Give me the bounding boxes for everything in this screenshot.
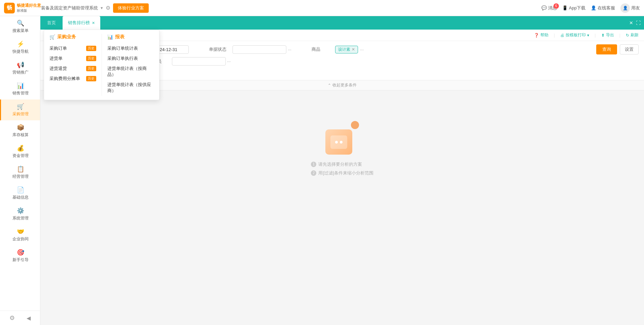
sidebar-label-finance: 资金管理 [12,153,29,159]
sidebar-item-basic-info[interactable]: 📄 基础信息 [0,183,40,204]
salesman-select[interactable] [172,57,226,66]
collapse-sidebar-icon[interactable]: ◀ [27,315,31,321]
message-icon: 💬 [541,5,547,10]
sidebar-item-inventory[interactable]: 📦 库存核算 [0,120,40,141]
sidebar-label-system: 系统管理 [12,215,29,221]
salesman-more-icon: ··· [227,59,231,64]
system-icon: ⚙️ [17,207,24,214]
guide-icon: 🎯 [17,249,24,256]
sidebar-item-search[interactable]: 🔍 搜索菜单 [0,16,40,37]
sidebar-label-sales: 销售管理 [12,90,29,96]
goods-return-history-badge: 历史 [86,66,96,71]
sidebar-bottom: ⚙ ◀ [0,311,40,325]
logo: 畅 畅捷通好生意 标准版 [4,3,41,13]
lightning-icon: ⚡ [17,40,24,48]
message-nav[interactable]: 💬 消息 6 [541,5,557,11]
marketing-icon: 📢 [17,61,24,69]
goods-receipt-label: 进货单 [49,55,63,62]
refresh-action[interactable]: ↻ 刷新 [626,32,639,38]
doc-status-label: 单据状态 [209,46,229,52]
print-icon: 🖨 [560,33,564,38]
purchase-icon: 🛒 [17,103,24,110]
app-download-nav[interactable]: 📱 App下载 [562,5,585,11]
refresh-label: 刷新 [631,32,639,38]
robot-eye-left [335,141,338,144]
help-icon: ❓ [534,33,539,38]
popup-section2-label: 报表 [115,34,124,40]
user-nav[interactable]: 👤 用友 [620,3,640,13]
logo-sub: 标准版 [17,8,41,13]
sidebar-item-purchase[interactable]: 🛒 采购管理 [0,99,40,120]
sidebar-label-guide: 新手引导 [12,257,29,263]
empty-illustration [322,121,362,155]
tab-fullscreen-icon[interactable]: ⛶ [636,20,641,26]
robot-head-ornament [351,121,359,129]
goods-receipt-history-badge: 历史 [86,56,96,61]
export-label: 导出 [606,32,614,38]
goods-stats-supplier-label: 进货单统计表（按供应商） [107,82,154,94]
sidebar-item-quick-nav[interactable]: ⚡ 快捷导航 [0,37,40,58]
collapse-button[interactable]: ⌃ 收起更多条件 [328,82,357,88]
sidebar-label-marketing: 营销推广 [12,70,29,75]
sidebar-label-purchase: 采购管理 [12,111,29,117]
print-action[interactable]: 🖨 按模板打印 ▾ [560,32,589,38]
popup-section-purchase: 🛒 采购业务 采购订单 历史 进货单 历史 进货退货 历史 采购费用分摊单 历史 [44,34,102,96]
sidebar-label-quicknav: 快捷导航 [12,49,29,54]
industry-button[interactable]: 体验行业方案 [113,3,149,13]
purchase-expense-history-badge: 历史 [86,76,96,81]
doc-status-select[interactable] [232,45,286,54]
sidebar-label-inventory: 库存核算 [12,132,29,138]
separator1: | [554,33,555,38]
purchase-order-label: 采购订单 [49,45,67,51]
sidebar-item-sales[interactable]: 📊 销售管理 [0,79,40,99]
system-name: 装备及固定资产辅助管理系统 [41,5,98,11]
empty-tips: 1 请先选择要分析的方案 2 用[过滤]条件来缩小分析范围 [311,160,373,177]
goods-receipt-stats-by-supplier-item[interactable]: 进货单统计表（按供应商） [106,80,155,96]
print-label: 按模板打印 [566,32,586,38]
tip-text-2: 用[过滤]条件来缩小分析范围 [318,169,373,177]
sidebar-item-operations[interactable]: 📋 经营管理 [0,162,40,183]
purchase-order-stats-item[interactable]: 采购订单统计表 [106,43,155,53]
tab-home-label: 首页 [47,20,56,26]
tip-num-1: 1 [311,162,316,167]
doc-status-select-wrap: ··· [232,45,291,54]
tab-home[interactable]: 首页 [40,16,63,30]
goods-return-item[interactable]: 进货退货 历史 [48,64,98,74]
purchase-order-item[interactable]: 采购订单 历史 [48,43,98,53]
sidebar-item-system[interactable]: ⚙️ 系统管理 [0,204,40,225]
purchase-order-exec-item[interactable]: 采购订单执行表 [106,53,155,64]
online-service-label: 在线客服 [598,5,615,11]
popup-section1-label: 采购业务 [57,34,76,40]
empty-state: 1 请先选择要分析的方案 2 用[过滤]条件来缩小分析范围 [40,90,644,208]
goods-tag-close[interactable]: ✕ [352,47,355,52]
setting-button[interactable]: 设置 [620,44,639,54]
sidebar-item-guide[interactable]: 🎯 新手引导 [0,245,40,266]
dropdown-arrow-icon[interactable]: ▾ [101,5,103,10]
goods-receipt-item[interactable]: 进货单 历史 [48,53,98,64]
settings-icon[interactable]: ⚙ [106,5,110,11]
help-action[interactable]: ❓ 帮助 [534,32,548,38]
sidebar-item-finance[interactable]: 💰 资金管理 [0,141,40,162]
print-dropdown-icon[interactable]: ▾ [587,33,589,38]
export-action[interactable]: ⬆ 导出 [601,32,614,38]
query-button[interactable]: 查询 [596,44,617,54]
settings-bottom-icon[interactable]: ⚙ [9,314,15,322]
tab-close-icon[interactable]: ✕ [92,21,95,25]
goods-stats-goods-label: 进货单统计表（按商品） [107,66,154,78]
collaboration-icon: 🤝 [17,228,24,235]
online-service-nav[interactable]: 👤 在线客服 [591,5,615,11]
empty-tip-2: 2 用[过滤]条件来缩小分析范围 [311,169,373,177]
purchase-biz-icon: 🛒 [49,34,55,40]
doc-status-more-icon: ··· [288,47,291,52]
purchase-order-stats-label: 采购订单统计表 [107,45,138,51]
message-badge: 6 [553,3,559,9]
tab-window-close-icon[interactable]: ✕ [629,20,633,26]
basic-info-icon: 📄 [17,186,24,194]
sidebar-item-collaboration[interactable]: 🤝 企业协同 [0,225,40,245]
goods-filter-wrap: 设计素 ✕ ··· [335,46,364,53]
purchase-expense-item[interactable]: 采购费用分摊单 历史 [48,74,98,84]
sidebar-item-marketing[interactable]: 📢 营销推广 [0,58,40,79]
tab-sales-rank[interactable]: 销售排行榜 ✕ [63,16,100,30]
goods-receipt-stats-by-goods-item[interactable]: 进货单统计表（按商品） [106,64,155,80]
popup-section1-title: 🛒 采购业务 [48,34,98,40]
